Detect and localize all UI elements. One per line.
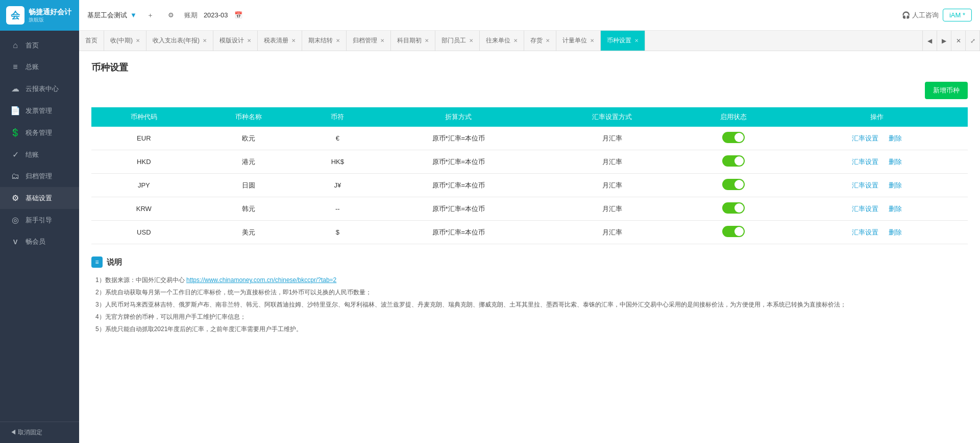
tab-prev-btn[interactable]: ◀ bbox=[923, 31, 937, 51]
sidebar-item-ledger[interactable]: ≡ 总账 bbox=[0, 56, 79, 78]
tab-close-icon[interactable]: ✕ bbox=[380, 38, 384, 43]
tab-close-icon[interactable]: ✕ bbox=[136, 38, 140, 43]
sidebar: 会 畅捷通好会计 旗舰版 ⌂ 首页 ≡ 总账 ☁ 云报表中心 📄 发票管理 💲 … bbox=[0, 0, 79, 443]
delete-link[interactable]: 删除 bbox=[889, 134, 902, 142]
tab-inventory[interactable]: 存货 ✕ bbox=[524, 31, 556, 51]
new-currency-button[interactable]: 新增币种 bbox=[925, 82, 968, 99]
tab-close-icon[interactable]: ✕ bbox=[247, 38, 251, 43]
tab-close-icon[interactable]: ✕ bbox=[425, 38, 429, 43]
rate-setting-link[interactable]: 汇率设置 bbox=[852, 181, 878, 189]
col-status: 启用状态 bbox=[681, 107, 786, 127]
tab-maximize-btn[interactable]: ⤢ bbox=[966, 31, 980, 51]
plus-icon: ＋ bbox=[147, 11, 154, 20]
cell-calc: 原币*汇率=本位币 bbox=[374, 127, 543, 150]
rate-setting-link[interactable]: 汇率设置 bbox=[852, 205, 878, 213]
toggle-track bbox=[722, 226, 745, 237]
notes-icon: ≡ bbox=[91, 257, 103, 268]
archive-icon: 🗂 bbox=[10, 172, 20, 181]
tab-label: 首页 bbox=[85, 36, 97, 45]
sidebar-item-invoice[interactable]: 📄 发票管理 bbox=[0, 100, 79, 122]
tab-dept[interactable]: 部门员工 ✕ bbox=[435, 31, 480, 51]
toggle-switch[interactable] bbox=[722, 179, 745, 190]
cell-symbol: HK$ bbox=[301, 150, 374, 174]
member-icon: V bbox=[10, 238, 20, 246]
cell-status bbox=[681, 221, 786, 244]
notes-link[interactable]: https://www.chinamoney.com.cn/chinese/bk… bbox=[186, 276, 336, 284]
sidebar-item-label: 税务管理 bbox=[26, 128, 52, 137]
toggle-thumb bbox=[734, 203, 744, 213]
toggle-switch[interactable] bbox=[722, 226, 745, 237]
col-code: 币种代码 bbox=[91, 107, 197, 127]
tab-income[interactable]: 收入支出表(年报) ✕ bbox=[146, 31, 213, 51]
cell-calc: 原币*汇率=本位币 bbox=[374, 221, 543, 244]
tab-close-icon[interactable]: ✕ bbox=[336, 38, 340, 43]
sidebar-item-checkout[interactable]: ✓ 结账 bbox=[0, 144, 79, 166]
tab-close-icon[interactable]: ✕ bbox=[590, 38, 594, 43]
table-row: KRW 韩元 -- 原币*汇率=本位币 月汇率 汇率设置 删除 bbox=[91, 197, 968, 221]
table-row: HKD 港元 HK$ 原币*汇率=本位币 月汇率 汇率设置 删除 bbox=[91, 150, 968, 174]
table-row: EUR 欧元 € 原币*汇率=本位币 月汇率 汇率设置 删除 bbox=[91, 127, 968, 150]
delete-link[interactable]: 删除 bbox=[889, 205, 902, 213]
rate-setting-link[interactable]: 汇率设置 bbox=[852, 158, 878, 166]
cell-symbol: J¥ bbox=[301, 174, 374, 197]
tab-archivemgr[interactable]: 归档管理 ✕ bbox=[347, 31, 391, 51]
note-item-2: 2）系统自动获取每月第一个工作日的汇率标价，统一为直接标价法，即1外币可以兑换的… bbox=[95, 286, 968, 298]
sidebar-toggle[interactable]: ◀ 取消固定 bbox=[0, 422, 79, 443]
gear-icon: ⚙ bbox=[168, 11, 174, 19]
toggle-switch[interactable] bbox=[722, 155, 745, 167]
support-button[interactable]: 🎧 人工咨询 bbox=[902, 11, 939, 20]
toggle-track bbox=[722, 202, 745, 214]
tab-close-all-btn[interactable]: ✕ bbox=[951, 31, 966, 51]
sidebar-item-tax[interactable]: 💲 税务管理 bbox=[0, 122, 79, 144]
delete-link[interactable]: 删除 bbox=[889, 181, 902, 189]
rate-setting-link[interactable]: 汇率设置 bbox=[852, 228, 878, 236]
tab-template[interactable]: 模版设计 ✕ bbox=[213, 31, 258, 51]
tab-subject[interactable]: 科目期初 ✕ bbox=[391, 31, 435, 51]
cell-status bbox=[681, 174, 786, 197]
tab-close-icon[interactable]: ✕ bbox=[513, 38, 518, 43]
sidebar-item-reports[interactable]: ☁ 云报表中心 bbox=[0, 78, 79, 100]
tab-close-icon[interactable]: ✕ bbox=[291, 38, 296, 43]
tab-close-icon[interactable]: ✕ bbox=[634, 38, 639, 43]
settings-btn[interactable]: ⚙ bbox=[164, 11, 178, 19]
add-company-btn[interactable]: ＋ bbox=[143, 11, 158, 20]
tab-unit[interactable]: 计量单位 ✕ bbox=[556, 31, 601, 51]
tab-budget[interactable]: 收(中期) ✕ bbox=[104, 31, 146, 51]
toggle-thumb bbox=[734, 180, 744, 189]
tab-close-icon[interactable]: ✕ bbox=[546, 38, 550, 43]
tab-close-icon[interactable]: ✕ bbox=[469, 38, 473, 43]
cell-code: JPY bbox=[91, 174, 197, 197]
tab-taxclear[interactable]: 税表清册 ✕ bbox=[258, 31, 302, 51]
tab-label: 部门员工 bbox=[442, 36, 466, 45]
account-button[interactable]: iAM * bbox=[943, 9, 972, 21]
notes-title: ≡ 说明 bbox=[91, 257, 968, 268]
toggle-thumb bbox=[734, 156, 744, 166]
col-symbol: 币符 bbox=[301, 107, 374, 127]
tab-label: 税表清册 bbox=[264, 36, 288, 45]
tab-nav-buttons: ◀ ▶ ✕ ⤢ bbox=[922, 31, 980, 51]
tab-home[interactable]: 首页 bbox=[79, 31, 104, 51]
sidebar-item-label: 归档管理 bbox=[26, 172, 52, 181]
tab-currency[interactable]: 币种设置 ✕ bbox=[601, 31, 645, 51]
cell-code: USD bbox=[91, 221, 197, 244]
tab-yearend[interactable]: 期末结转 ✕ bbox=[302, 31, 347, 51]
sidebar-item-label: 畅会员 bbox=[26, 237, 45, 246]
sidebar-item-label: 总账 bbox=[26, 62, 39, 72]
sidebar-item-member[interactable]: V 畅会员 bbox=[0, 231, 79, 252]
rate-setting-link[interactable]: 汇率设置 bbox=[852, 134, 878, 142]
tab-next-btn[interactable]: ▶ bbox=[937, 31, 951, 51]
tab-customer[interactable]: 往来单位 ✕ bbox=[480, 31, 524, 51]
sidebar-item-guide[interactable]: ◎ 新手引导 bbox=[0, 209, 79, 231]
delete-link[interactable]: 删除 bbox=[889, 228, 902, 236]
toggle-switch[interactable] bbox=[722, 132, 745, 143]
delete-link[interactable]: 删除 bbox=[889, 158, 902, 166]
company-selector[interactable]: 基层工会测试 ▼ bbox=[87, 11, 137, 20]
sidebar-item-settings[interactable]: ⚙ 基础设置 bbox=[0, 187, 79, 209]
toggle-switch[interactable] bbox=[722, 202, 745, 214]
calendar-icon[interactable]: 📅 bbox=[234, 11, 242, 19]
tab-close-icon[interactable]: ✕ bbox=[203, 38, 207, 43]
sidebar-item-home[interactable]: ⌂ 首页 bbox=[0, 35, 79, 56]
tax-icon: 💲 bbox=[10, 128, 20, 137]
table-row: USD 美元 $ 原币*汇率=本位币 月汇率 汇率设置 删除 bbox=[91, 221, 968, 244]
sidebar-item-archive[interactable]: 🗂 归档管理 bbox=[0, 166, 79, 187]
